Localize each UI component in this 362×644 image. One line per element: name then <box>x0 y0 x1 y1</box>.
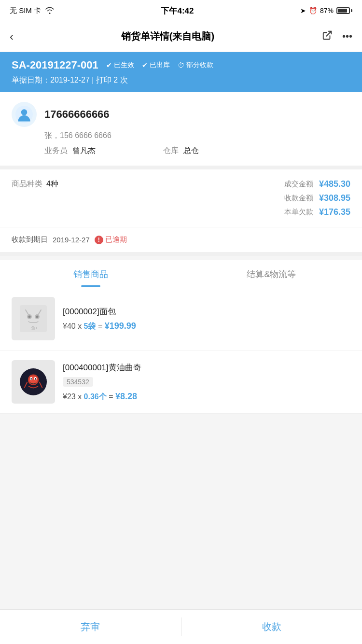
customer-section: 17666666666 张，156 6666 6666 业务员 曾凡杰 仓库 总… <box>0 92 362 166</box>
battery-percent: 87% <box>320 7 334 14</box>
product-info-2: [000400001]黄油曲奇 534532 ¥23 x 0.36个 = ¥8.… <box>63 362 350 402</box>
avatar <box>12 102 37 127</box>
nav-actions: ••• <box>322 30 352 43</box>
customer-phone: 17666666666 <box>44 108 110 121</box>
due-date: 2019-12-27 <box>53 236 90 244</box>
product-price-2: ¥23 x 0.36个 = ¥8.28 <box>63 392 350 402</box>
product-thumb-1: 鱼+ <box>12 297 55 340</box>
product-list: 鱼+ [0000002]面包 ¥40 x 5袋 = ¥199.99 <box>0 287 362 414</box>
product-name-2: [000400001]黄油曲奇 <box>63 362 350 373</box>
tab-settlement[interactable]: 结算&物流等 <box>181 260 362 287</box>
order-date: 单据日期：2019-12-27 | 打印 2 次 <box>12 75 350 85</box>
battery-icon <box>336 7 352 14</box>
confirm-button[interactable]: 收款 <box>181 610 362 644</box>
price-total-2: ¥8.28 <box>115 392 137 401</box>
carrier-text: 无 SIM 卡 <box>10 6 41 15</box>
status-bar: 无 SIM 卡 下午4:42 ➤ ⏰ 87% <box>0 0 362 21</box>
badge-partial: ⏱ 部分收款 <box>178 61 213 70</box>
divider-2 <box>0 252 362 256</box>
product-kind: 商品种类 4种 <box>12 179 58 189</box>
price-formula-2: ¥23 x <box>63 392 84 401</box>
overdue-text: 已逾期 <box>105 235 127 244</box>
price-formula-1: ¥40 x <box>63 322 84 330</box>
amount-label: 成交金额 <box>284 180 313 189</box>
svg-line-0 <box>326 31 331 36</box>
svg-point-6 <box>28 316 31 318</box>
bottom-bar: 弃审 收款 <box>0 609 362 644</box>
amount-summary: 成交金额 ¥485.30 收款金额 ¥308.95 本单欠款 ¥176.35 <box>284 179 350 217</box>
owed-value: ¥176.35 <box>319 207 350 217</box>
kind-value: 4种 <box>46 179 58 189</box>
customer-meta: 业务员 曾凡杰 仓库 总仓 <box>44 146 350 156</box>
svg-text:鱼+: 鱼+ <box>31 326 38 330</box>
overdue-dot-icon: ! <box>95 236 103 244</box>
svg-point-2 <box>21 109 28 115</box>
status-time: 下午4:42 <box>161 5 194 16</box>
warehouse-label: 仓库 <box>163 146 179 156</box>
clock-icon: ⏱ <box>178 61 184 69</box>
overdue-badge: ! 已逾期 <box>95 235 127 244</box>
price-sep-2: = <box>107 392 115 401</box>
sales-value: 曾凡杰 <box>72 146 96 156</box>
alarm-icon: ⏰ <box>309 7 317 14</box>
order-id: SA-20191227-001 <box>12 59 98 71</box>
list-item: [000400001]黄油曲奇 534532 ¥23 x 0.36个 = ¥8.… <box>0 350 362 414</box>
page-title: 销货单详情(来自电脑) <box>121 30 214 43</box>
customer-sub: 张，156 6666 6666 <box>44 131 350 141</box>
badge-shipped: ✔ 已出库 <box>142 61 170 70</box>
product-tag-2: 534532 <box>63 377 93 387</box>
due-section: 收款到期日 2019-12-27 ! 已逾期 <box>0 227 362 252</box>
received-label: 收款金额 <box>284 194 313 203</box>
tabs-bar: 销售商品 结算&物流等 <box>0 260 362 287</box>
back-button[interactable]: ‹ <box>10 30 14 43</box>
cancel-button[interactable]: 弃审 <box>0 610 181 644</box>
more-icon[interactable]: ••• <box>342 31 352 42</box>
product-thumb-2 <box>12 360 55 404</box>
svg-point-15 <box>35 378 36 380</box>
status-right: ➤ ⏰ 87% <box>300 7 352 14</box>
kind-label: 商品种类 <box>12 179 42 189</box>
list-item: 鱼+ [0000002]面包 ¥40 x 5袋 = ¥199.99 <box>0 287 362 350</box>
sales-label: 业务员 <box>44 146 68 156</box>
location-icon: ➤ <box>300 7 306 14</box>
svg-point-14 <box>30 378 31 380</box>
price-total-1: ¥199.99 <box>105 321 136 331</box>
received-value: ¥308.95 <box>319 193 350 203</box>
divider-1 <box>0 166 362 169</box>
price-qty-1: 5袋 <box>84 322 96 330</box>
svg-point-7 <box>36 316 39 318</box>
badge-effective: ✔ 已生效 <box>106 61 134 70</box>
summary-section: 商品种类 4种 成交金额 ¥485.30 收款金额 ¥308.95 本单欠款 ¥… <box>0 169 362 227</box>
owed-label: 本单欠款 <box>284 208 313 217</box>
amount-value: ¥485.30 <box>319 179 350 189</box>
price-qty-2: 0.36个 <box>84 392 107 401</box>
price-sep-1: = <box>96 322 105 330</box>
wifi-icon <box>45 6 55 15</box>
check-icon-2: ✔ <box>142 61 148 69</box>
status-left: 无 SIM 卡 <box>10 6 55 15</box>
share-icon[interactable] <box>322 30 333 43</box>
tabs-section: 销售商品 结算&物流等 鱼+ [00000 <box>0 260 362 414</box>
warehouse-value: 总仓 <box>183 146 199 156</box>
product-price-1: ¥40 x 5袋 = ¥199.99 <box>63 321 350 332</box>
due-label: 收款到期日 <box>12 235 48 244</box>
tab-sales[interactable]: 销售商品 <box>0 260 181 287</box>
order-header: SA-20191227-001 ✔ 已生效 ✔ 已出库 ⏱ 部分收款 单据日期：… <box>0 52 362 92</box>
product-name-1: [0000002]面包 <box>63 306 350 317</box>
check-icon-1: ✔ <box>106 61 112 69</box>
nav-bar: ‹ 销货单详情(来自电脑) ••• <box>0 21 362 52</box>
product-info-1: [0000002]面包 ¥40 x 5袋 = ¥199.99 <box>63 306 350 332</box>
